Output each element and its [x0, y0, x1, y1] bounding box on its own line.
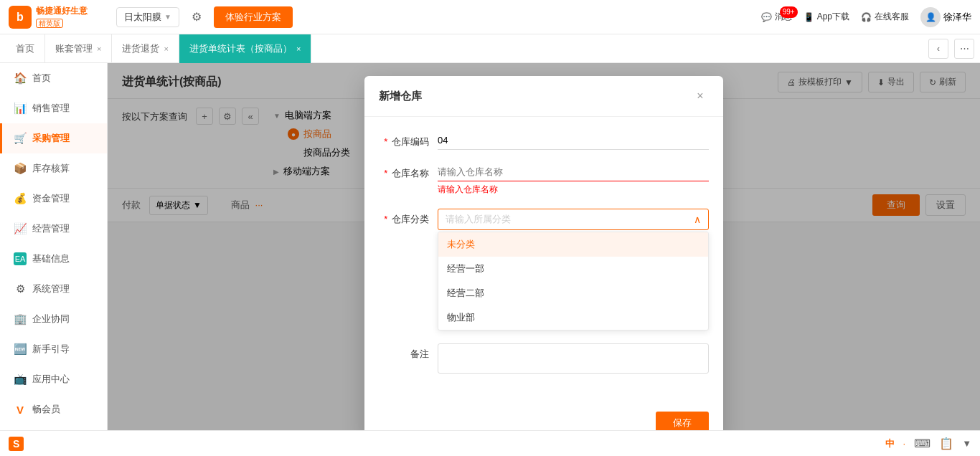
- note-label: 备注: [379, 343, 429, 361]
- warehouse-name-input[interactable]: [438, 163, 709, 181]
- tab-bar: 首页 账套管理 × 进货退货 × 进货单统计表（按商品） × ‹ ⋯: [0, 34, 980, 63]
- finance-icon: 💰: [14, 192, 27, 205]
- warehouse-code-input[interactable]: [438, 131, 709, 150]
- tab-purchase-stats[interactable]: 进货单统计表（按商品） ×: [179, 34, 311, 63]
- category-dropdown: 未分类 经营一部 经营二部 物业部: [438, 232, 709, 331]
- tab-accounts[interactable]: 账套管理 ×: [45, 34, 112, 63]
- sidebar-item-sales[interactable]: 📊 销售管理: [0, 93, 107, 123]
- sidebar-item-guide[interactable]: 🆕 新手引导: [0, 334, 107, 364]
- modal-header: 新增仓库 ×: [364, 76, 723, 117]
- phone-icon: 📱: [804, 12, 814, 22]
- bottom-icons: 中 · ⌨ 📋 ▼: [885, 437, 972, 450]
- clipboard-icon[interactable]: 📋: [939, 437, 953, 450]
- settings-icon[interactable]: ⚙: [185, 6, 208, 29]
- warehouse-name-row: * 仓库名称 请输入仓库名称: [379, 163, 709, 196]
- sidebar-item-purchase[interactable]: 🛒 采购管理: [0, 123, 107, 153]
- header-right: 💬 消息 99+ 📱 App下载 🎧 在线客服 👤 徐泽华: [761, 7, 971, 27]
- tab-prev-icon[interactable]: ‹: [928, 39, 948, 59]
- name-label: * 仓库名称: [379, 163, 429, 180]
- dropdown-item-uncategorized[interactable]: 未分类: [438, 232, 708, 257]
- sidebar-item-inventory[interactable]: 📦 库存核算: [0, 153, 107, 184]
- top-header: b 畅捷通好生意 精英版 日太阳膜 ▼ ⚙ 体验行业方案 💬 消息 99+ 📱 …: [0, 0, 980, 34]
- message-icon: 💬: [761, 12, 772, 22]
- trial-button[interactable]: 体验行业方案: [214, 6, 293, 28]
- tab-more-icon[interactable]: ⋯: [954, 39, 974, 59]
- tab-home[interactable]: 首页: [6, 34, 45, 63]
- avatar: 👤: [920, 7, 941, 27]
- sidebar-item-operation[interactable]: 📈 经营管理: [0, 214, 107, 244]
- dropdown-item-dept1[interactable]: 经营一部: [438, 257, 708, 281]
- chinese-icon[interactable]: 中: [885, 437, 895, 450]
- home-icon: 🏠: [14, 72, 27, 85]
- chevron-down-icon: ▼: [164, 13, 171, 21]
- content-area: 进货单统计(按商品) 🖨 按模板打印 ▼ ⬇ 导出 ↻ 刷新 按以下方案查询: [108, 63, 980, 456]
- tab-purchase-return[interactable]: 进货退货 ×: [112, 34, 179, 63]
- dot-icon[interactable]: ·: [903, 438, 906, 449]
- modal-title: 新增仓库: [379, 90, 422, 103]
- sidebar: 🏠 首页 📊 销售管理 🛒 采购管理 📦 库存核算 💰 资金管理 📈 经营管理 …: [0, 63, 108, 456]
- category-label: * 仓库分类: [379, 209, 429, 226]
- inventory-icon: 📦: [14, 162, 27, 175]
- vip-icon: V: [14, 403, 27, 416]
- dropdown-item-dept2[interactable]: 经营二部: [438, 281, 708, 305]
- guide-icon: 🆕: [14, 343, 27, 356]
- purchase-icon: 🛒: [14, 132, 27, 145]
- logo-area: b 畅捷通好生意 精英版: [9, 5, 116, 29]
- app-download-item[interactable]: 📱 App下载: [804, 11, 849, 23]
- name-control: 请输入仓库名称: [438, 163, 709, 196]
- user-info[interactable]: 👤 徐泽华: [920, 7, 971, 27]
- brand-icon: S: [9, 437, 24, 451]
- note-row: 备注: [379, 343, 709, 376]
- enterprise-icon: 🏢: [14, 313, 27, 326]
- select-arrow-up-icon: ∧: [694, 214, 701, 225]
- dropdown-item-dept3[interactable]: 物业部: [438, 305, 708, 330]
- header-search-area: 日太阳膜 ▼ ⚙ 体验行业方案: [116, 6, 761, 29]
- logo-icon: b: [9, 6, 32, 29]
- sidebar-item-enterprise[interactable]: 🏢 企业协同: [0, 304, 107, 334]
- tab-close-accounts[interactable]: ×: [97, 44, 101, 53]
- code-label: * 仓库编码: [379, 131, 429, 148]
- code-control: [438, 131, 709, 150]
- note-textarea[interactable]: [438, 343, 709, 374]
- logo-text: 畅捷通好生意 精英版: [36, 5, 88, 29]
- sidebar-item-home[interactable]: 🏠 首页: [0, 63, 107, 93]
- operation-icon: 📈: [14, 222, 27, 235]
- keyboard-icon[interactable]: ⌨: [914, 437, 930, 450]
- modal-close-button[interactable]: ×: [692, 87, 709, 105]
- modal-overlay: 新增仓库 × * 仓库编码: [108, 63, 980, 456]
- chevron-down-bottom-icon[interactable]: ▼: [962, 438, 971, 449]
- category-control: 请输入所属分类 ∧ 未分类 经营一部 经营二部 物业部: [438, 209, 709, 331]
- sidebar-item-finance[interactable]: 💰 资金管理: [0, 184, 107, 214]
- sidebar-item-basic[interactable]: EA 基础信息: [0, 244, 107, 274]
- tab-close-return[interactable]: ×: [164, 44, 168, 53]
- main-layout: 🏠 首页 📊 销售管理 🛒 采购管理 📦 库存核算 💰 资金管理 📈 经营管理 …: [0, 63, 980, 456]
- sidebar-item-vip[interactable]: V 畅会员: [0, 394, 107, 424]
- category-select[interactable]: 请输入所属分类 ∧: [438, 209, 709, 230]
- message-icon-item[interactable]: 💬 消息 99+: [761, 11, 792, 23]
- sales-icon: 📊: [14, 102, 27, 115]
- apps-icon: 📺: [14, 373, 27, 386]
- warehouse-code-row: * 仓库编码: [379, 131, 709, 150]
- brand-area: S: [9, 437, 24, 451]
- bottom-bar: S 中 · ⌨ 📋 ▼: [0, 430, 980, 456]
- warehouse-category-row: * 仓库分类 请输入所属分类 ∧ 未分类 经营一部 经营二部: [379, 209, 709, 331]
- add-warehouse-modal: 新增仓库 × * 仓库编码: [364, 76, 723, 443]
- sidebar-item-apps[interactable]: 📺 应用中心: [0, 364, 107, 394]
- headset-icon: 🎧: [861, 12, 872, 22]
- online-service-item[interactable]: 🎧 在线客服: [861, 11, 909, 23]
- system-icon: ⚙: [14, 282, 27, 295]
- store-selector[interactable]: 日太阳膜 ▼: [116, 7, 179, 27]
- name-error-msg: 请输入仓库名称: [438, 184, 709, 196]
- tab-controls: ‹ ⋯: [928, 39, 974, 59]
- sidebar-item-system[interactable]: ⚙ 系统管理: [0, 274, 107, 304]
- note-control: [438, 343, 709, 376]
- tab-close-stats[interactable]: ×: [296, 44, 301, 53]
- basic-icon: EA: [14, 252, 27, 265]
- modal-body: * 仓库编码 * 仓库名称: [364, 117, 723, 403]
